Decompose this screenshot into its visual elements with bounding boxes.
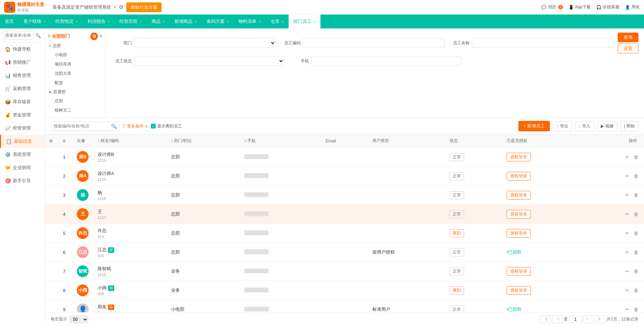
row-phone xyxy=(240,167,321,186)
emp-name-input[interactable] xyxy=(472,38,614,47)
dept-tree-item-zhishuwang[interactable]: 植树王二 xyxy=(45,106,105,115)
dept-tree-item-xiaodianbu[interactable]: 小电部 xyxy=(45,50,105,60)
dept-settings-icon[interactable]: ⚙ xyxy=(90,33,98,40)
dept-tree-section-shuanglusiang[interactable]: ▶ 双鹿想 xyxy=(45,88,105,96)
avatar: 王 xyxy=(77,208,89,220)
delete-btn[interactable]: 🗑 xyxy=(632,306,640,312)
nav-tab-operation[interactable]: 经营情况 × xyxy=(51,15,82,28)
nav-tab-profit[interactable]: 利润报告 × xyxy=(83,15,115,28)
row-status: 离职 xyxy=(445,224,502,243)
setting-button[interactable]: 设置 xyxy=(618,44,638,53)
nav-tab-home[interactable]: 首页 xyxy=(0,15,19,28)
dept-select[interactable] xyxy=(134,38,276,48)
show-resign-checkbox[interactable]: ✓ xyxy=(151,124,156,129)
authorize-btn[interactable]: 授权登录 xyxy=(507,286,531,295)
phone-blur xyxy=(244,211,269,216)
nav-tab-bom[interactable]: 物料清单 × xyxy=(234,15,265,28)
authorize-btn[interactable]: 授权登录 xyxy=(507,229,531,238)
toolbar-search-btn[interactable]: 🔍 xyxy=(108,124,120,129)
nav-tab-barcode[interactable]: 条码方案 × xyxy=(202,15,234,28)
authorize-btn[interactable]: 授权登录 xyxy=(507,153,531,161)
delete-btn[interactable]: 🗑 xyxy=(632,249,640,256)
emp-code-input[interactable] xyxy=(303,38,445,47)
edit-btn[interactable]: ✏ xyxy=(624,268,631,275)
show-resign-label[interactable]: ✓ 显示离职员工 xyxy=(151,123,182,129)
sidebar-search-input[interactable] xyxy=(3,31,34,39)
sidebar-item-finance[interactable]: 💰 资金管理 xyxy=(0,108,45,122)
last-page-btn[interactable]: 》 xyxy=(595,315,605,323)
sidebar-item-basic-info[interactable]: 📋 基础信息 xyxy=(0,135,45,148)
next-page-btn[interactable]: 〉 xyxy=(583,315,593,323)
system-dropdown-arrow[interactable]: ▾ xyxy=(114,5,116,10)
sidebar-item-guide[interactable]: 🎯 新手引导 xyxy=(0,174,45,187)
online-support-btn[interactable]: 🎧 在线客服 xyxy=(596,4,619,10)
edit-btn[interactable]: ✏ xyxy=(624,306,631,312)
nav-tab-customer[interactable]: 客户联络 × xyxy=(19,15,51,28)
gear-button[interactable]: ⚙ xyxy=(119,4,124,10)
authorize-btn[interactable]: 授权登录 xyxy=(507,172,531,180)
page-input[interactable] xyxy=(569,316,582,323)
delete-btn[interactable]: 🗑 xyxy=(632,268,640,275)
sidebar-item-sales[interactable]: 📊 销售管理 xyxy=(0,69,45,82)
dept-collapse-btn[interactable]: « xyxy=(99,33,102,40)
toolbar-search-input[interactable] xyxy=(51,122,108,130)
add-employee-btn[interactable]: + 新增员工 xyxy=(518,121,550,131)
delete-btn[interactable]: 🗑 xyxy=(632,211,640,218)
message-btn[interactable]: 💬 消息 5 xyxy=(541,4,563,10)
authorize-btn[interactable]: 授权登录 xyxy=(507,210,531,219)
status-badge: 离职 xyxy=(450,287,464,294)
sidebar-item-inventory[interactable]: 📦 库存核算 xyxy=(0,95,45,108)
export-btn[interactable]: ↑ 导出 xyxy=(553,121,572,131)
edit-btn[interactable]: ✏ xyxy=(624,249,631,256)
nav-tab-add-goods[interactable]: 新增商品 × xyxy=(170,15,201,28)
edit-btn[interactable]: ✏ xyxy=(624,153,631,160)
col-dept[interactable]: ↕ 部门/职位 xyxy=(167,134,240,148)
phone-input[interactable] xyxy=(311,56,461,65)
authorize-btn[interactable]: 授权登录 xyxy=(507,267,531,276)
view-btn[interactable]: ▶ 视频 xyxy=(597,121,617,131)
sidebar-item-quick-nav[interactable]: 🏠 快捷导航 xyxy=(0,43,45,56)
col-phone[interactable]: ↕ 手机 xyxy=(240,134,321,148)
delete-btn[interactable]: 🗑 xyxy=(632,192,640,199)
dept-tree-item-zongbu2[interactable]: 总部 xyxy=(45,96,105,106)
user-menu[interactable]: 👤 用友 xyxy=(625,4,640,10)
dept-tree-item-xiangmukufang[interactable]: 项目库房 xyxy=(45,60,105,69)
prev-page-btn[interactable]: 〈 xyxy=(552,315,562,323)
nav-tab-goods[interactable]: 商品 × xyxy=(147,15,170,28)
delete-btn[interactable]: 🗑 xyxy=(632,173,640,179)
sidebar-item-marketing[interactable]: 📢 营销推广 xyxy=(0,56,45,69)
sidebar-item-system[interactable]: ⚙️ 系统管理 xyxy=(0,148,45,161)
dept-tree-section-zongbu[interactable]: ▾ 总部 xyxy=(45,42,105,50)
nav-tab-warehouse[interactable]: 仓库 × xyxy=(266,15,289,28)
col-name[interactable]: ↕ 姓名/编码 xyxy=(93,134,167,148)
row-dept: 小电部 xyxy=(167,300,240,312)
sidebar-item-purchase[interactable]: 🛒 采购管理 xyxy=(0,82,45,95)
sidebar-item-operation[interactable]: 📈 经营管理 xyxy=(0,122,45,135)
edit-btn[interactable]: ✏ xyxy=(624,230,631,237)
per-page-select[interactable]: 50 20 100 xyxy=(69,316,88,323)
first-page-btn[interactable]: 《 xyxy=(540,315,551,323)
col-settings[interactable]: ⚙ xyxy=(45,134,59,148)
import-btn[interactable]: ↓ 导入 xyxy=(575,121,594,131)
dept-tree-item-peihuo[interactable]: 配货 xyxy=(45,78,105,88)
edit-btn[interactable]: ✏ xyxy=(624,192,631,199)
row-name: 江总部015 xyxy=(93,243,167,262)
search-button[interactable]: 查询 xyxy=(618,33,638,42)
edit-btn[interactable]: ✏ xyxy=(624,173,631,179)
app-download-btn[interactable]: 📱 App下载 xyxy=(569,4,591,10)
edit-btn[interactable]: ✏ xyxy=(624,211,631,218)
help-btn[interactable]: | 帮助 xyxy=(620,121,638,131)
emp-status-select[interactable] xyxy=(134,56,284,66)
delete-btn[interactable]: 🗑 xyxy=(632,287,640,294)
trial-button[interactable]: 体验行业方案 xyxy=(126,2,162,12)
sidebar-search-icon[interactable]: 🔍 xyxy=(35,33,41,38)
nav-tab-history[interactable]: 经营历程 × xyxy=(115,15,146,28)
nav-tab-employee[interactable]: 部门员工 × xyxy=(289,15,320,28)
sidebar-item-enterprise[interactable]: 🤝 企业协同 xyxy=(0,161,45,174)
dept-tree-item-shenyangdaku[interactable]: 沈阳大库 xyxy=(45,69,105,78)
edit-btn[interactable]: ✏ xyxy=(624,287,631,294)
authorize-btn[interactable]: 授权登录 xyxy=(507,191,531,200)
delete-btn[interactable]: 🗑 xyxy=(632,230,640,237)
filter-more-btn[interactable]: ▽ 更多条件 ∧ xyxy=(123,123,148,129)
delete-btn[interactable]: 🗑 xyxy=(632,153,640,160)
